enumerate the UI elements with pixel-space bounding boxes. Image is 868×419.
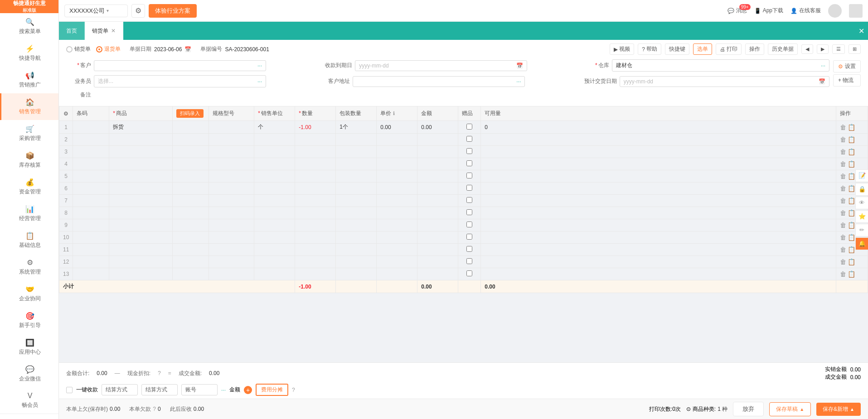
cell-product[interactable]: 拆货 [109, 121, 173, 134]
cell-gift[interactable] [458, 231, 481, 244]
cell-barcode[interactable] [73, 219, 109, 231]
cell-unit[interactable] [254, 268, 295, 280]
cell-unit[interactable] [254, 256, 295, 268]
delete-icon[interactable]: 🗑 [840, 185, 846, 192]
expected-date-input[interactable]: yyyy-mm-dd 📅 [620, 76, 829, 87]
delete-icon[interactable]: 🗑 [840, 148, 846, 155]
cell-barcode[interactable] [73, 244, 109, 256]
delete-icon[interactable]: 🗑 [840, 209, 846, 217]
cell-barcode[interactable] [73, 134, 109, 146]
cell-price[interactable] [377, 256, 417, 268]
cell-spec[interactable] [209, 195, 254, 207]
sidebar-item-vip[interactable]: V畅会员 [0, 387, 58, 414]
cell-product[interactable] [109, 183, 173, 195]
copy-icon[interactable]: 📋 [848, 246, 855, 253]
experience-btn[interactable]: 体验行业方案 [149, 4, 197, 18]
cell-qty[interactable] [295, 158, 336, 170]
cell-amount[interactable] [417, 244, 458, 256]
cell-gift[interactable] [458, 134, 481, 146]
gift-checkbox[interactable] [466, 270, 472, 276]
expected-date-calendar-icon[interactable]: 📅 [819, 78, 825, 85]
cell-amount[interactable] [417, 219, 458, 231]
cell-barcode[interactable] [73, 195, 109, 207]
cell-product[interactable] [109, 146, 173, 158]
th-scan[interactable]: 扫码录入 [173, 106, 209, 121]
discard-btn[interactable]: 放弃 [733, 402, 764, 416]
more-menu[interactable] [849, 4, 863, 18]
cell-amount[interactable] [417, 146, 458, 158]
cell-amount[interactable] [417, 158, 458, 170]
grid-view-btn[interactable]: ⊞ [849, 44, 861, 54]
cell-barcode[interactable] [73, 268, 109, 280]
cell-price[interactable] [377, 134, 417, 146]
sidebar-item-search[interactable]: 🔍搜索菜单 [0, 13, 58, 40]
rfloat-eye[interactable]: 👁 [855, 197, 868, 209]
cell-spec[interactable] [209, 134, 254, 146]
radio-sales[interactable]: 销货单 [66, 45, 91, 53]
app-download-action[interactable]: 📱 App下载 [754, 7, 783, 14]
cell-spec[interactable] [209, 207, 254, 219]
cell-unit[interactable] [254, 195, 295, 207]
cell-gift[interactable] [458, 244, 481, 256]
tab-sales-order[interactable]: 销货单 ✕ [85, 22, 123, 40]
gift-checkbox[interactable] [466, 246, 472, 252]
cell-gift[interactable] [458, 195, 481, 207]
cell-qty[interactable] [295, 183, 336, 195]
cell-barcode[interactable] [73, 231, 109, 244]
gift-checkbox[interactable] [466, 209, 472, 215]
cell-spec[interactable] [209, 121, 254, 134]
delete-icon[interactable]: 🗑 [840, 124, 846, 131]
payment-method-select[interactable]: 结算方式 [102, 384, 138, 395]
cell-unit[interactable]: 个 [254, 121, 295, 134]
save-new-btn[interactable]: 保存&新增 ▲ [816, 403, 861, 416]
cell-qty[interactable] [295, 134, 336, 146]
print-btn[interactable]: 🖨打印 [716, 43, 742, 55]
cell-spec[interactable] [209, 256, 254, 268]
cell-spec[interactable] [209, 268, 254, 280]
cell-amount[interactable] [417, 134, 458, 146]
rfloat-lock[interactable]: 🔒 [855, 183, 868, 196]
cell-pkg-qty[interactable] [336, 256, 377, 268]
cell-amount[interactable] [417, 268, 458, 280]
cell-qty[interactable] [295, 195, 336, 207]
cell-qty[interactable] [295, 207, 336, 219]
cell-unit[interactable] [254, 231, 295, 244]
logistics-btn[interactable]: + 物流 [833, 74, 861, 87]
next-btn[interactable]: ▶ [817, 44, 829, 54]
cell-spec[interactable] [209, 158, 254, 170]
cell-barcode[interactable] [73, 158, 109, 170]
tab-home[interactable]: 首页 [59, 22, 85, 40]
cell-product[interactable] [109, 134, 173, 146]
cell-gift[interactable] [458, 268, 481, 280]
scan-btn[interactable]: 扫码录入 [176, 109, 204, 118]
delete-icon[interactable]: 🗑 [840, 270, 846, 278]
copy-icon[interactable]: 📋 [848, 173, 855, 180]
cell-pkg-qty[interactable] [336, 268, 377, 280]
cell-price[interactable] [377, 158, 417, 170]
cell-pkg-qty[interactable] [336, 207, 377, 219]
cell-amount[interactable]: 0.00 [417, 121, 458, 134]
cell-pkg-qty[interactable] [336, 158, 377, 170]
copy-icon[interactable]: 📋 [848, 148, 855, 155]
cell-price[interactable] [377, 146, 417, 158]
collection-date-input[interactable]: yyyy-mm-dd 📅 [355, 60, 527, 71]
cell-gift[interactable] [458, 256, 481, 268]
cell-pkg-qty[interactable] [336, 244, 377, 256]
sidebar-item-guide[interactable]: 🎯新手引导 [0, 307, 58, 334]
cell-price[interactable] [377, 170, 417, 183]
cell-spec[interactable] [209, 146, 254, 158]
warehouse-input[interactable]: 建材仓 ··· [612, 59, 829, 72]
gift-checkbox[interactable] [466, 148, 472, 154]
cell-unit[interactable] [254, 146, 295, 158]
expense-help-icon[interactable]: ? [292, 387, 295, 393]
help-btn[interactable]: ?帮助 [638, 43, 661, 55]
sidebar-item-basic[interactable]: 📋基础信息 [0, 227, 58, 254]
history-btn[interactable]: 历史单据 [768, 43, 798, 55]
cell-spec[interactable] [209, 170, 254, 183]
gift-checkbox[interactable] [466, 136, 472, 142]
cell-price[interactable]: 0.00 [377, 121, 417, 134]
cell-pkg-qty[interactable] [336, 183, 377, 195]
cell-qty[interactable] [295, 256, 336, 268]
cell-gift[interactable] [458, 183, 481, 195]
cell-gift[interactable] [458, 158, 481, 170]
